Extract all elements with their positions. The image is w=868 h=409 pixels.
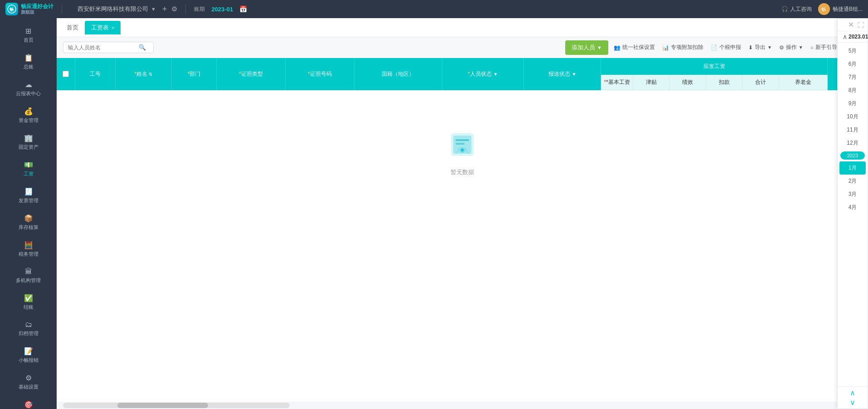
month-4-2023[interactable]: 4月 [838,201,868,214]
month-9-2022[interactable]: 9月 [838,97,868,110]
panel-close-button[interactable]: ✕ [848,20,854,29]
month-list: 5月 6月 7月 8月 9月 10月 11月 12月 2023 1月 2月 3月… [838,43,868,386]
sidebar-item-invoice[interactable]: 🧾 发票管理 [3,183,54,209]
month-10-2022[interactable]: 10月 [838,110,868,123]
sidebar-item-basic-settings[interactable]: ⚙ 基础设置 [3,369,54,395]
add-person-arrow-icon: ▼ [597,45,602,50]
app-edition: 旗舰版 [21,10,53,15]
calendar-icon[interactable]: 📅 [239,5,247,13]
sidebar-item-close-books[interactable]: ✅ 结账 [3,289,54,315]
sidebar-item-inventory[interactable]: 📦 库存核算 [3,209,54,235]
col-id-no: *证照号码 [286,58,354,90]
svg-point-9 [461,149,464,151]
month-2-2023[interactable]: 2月 [838,175,868,188]
tab-salary[interactable]: 工资表 × [85,21,121,34]
special-deduction-button[interactable]: 📊 专项附加扣除 [662,44,703,51]
support-button[interactable]: 🎧 人工咨询 [781,5,812,13]
tax-report-button[interactable]: 📄 个税申报 [711,44,741,51]
sidebar-item-fixed-assets[interactable]: 🏢 固定资产 [3,129,54,155]
scroll-up-button[interactable]: ∧ [849,389,857,397]
chevron-down-icon[interactable]: ▼ [151,6,156,12]
tab-home[interactable]: 首页 [63,21,82,34]
app-name: 畅应通好会计 [21,3,53,10]
cloud-icon: ☁ [25,80,32,89]
sidebar-label-home: 首页 [24,37,34,44]
user-area: 畅 畅捷通B组... [818,3,863,15]
empty-text: 暂无数据 [451,168,474,176]
sidebar-item-archive[interactable]: 🗂 归档管理 [3,316,54,341]
sidebar-item-expense[interactable]: 📝 小畅报销 [3,342,54,368]
month-11-2022[interactable]: 11月 [838,123,868,136]
col-id-type: *证照类型 [217,58,286,90]
sidebar-label-funds: 资金管理 [19,117,39,124]
month-3-2023[interactable]: 3月 [838,188,868,201]
prev-year-button[interactable]: ∧ [841,33,849,40]
inventory-icon: 📦 [24,214,33,223]
salary-table: 工号 *姓名 ⇅ *部门 *证照类型 [57,58,868,213]
period-label: 账期 [194,5,205,13]
col-salary-group: 应发工资 [601,58,827,75]
export-button[interactable]: ⬇ 导出 ▼ [748,44,772,51]
horizontal-scrollbar[interactable] [63,403,290,408]
col-total: 合计 [742,75,779,90]
add-person-button[interactable]: 添加人员 ▼ [565,40,608,55]
sort-name-icon[interactable]: ⇅ [149,72,152,77]
scroll-down-button[interactable]: ∨ [849,398,857,407]
operations-button[interactable]: ⚙ 操作 ▼ [779,44,803,51]
col-dept: *部门 [171,58,216,90]
month-7-2022[interactable]: 7月 [838,71,868,84]
home-icon: ⊞ [25,27,31,35]
year-label-display: 2023.01 [849,34,868,40]
filter-status-icon[interactable]: ▼ [493,72,498,77]
month-12-2022[interactable]: 12月 [838,136,868,150]
col-deduction: 扣款 [706,75,742,90]
col-report-status: 报送状态 ▼ [524,58,601,90]
month-5-2022[interactable]: 5月 [838,44,868,58]
content-area: 首页 工资表 × 🔍 添加人员 ▼ 👥 [57,18,868,409]
sidebar-item-ledger[interactable]: 📋 总账 [3,49,54,75]
deduction-icon: 📊 [662,44,669,51]
sidebar-item-guide[interactable]: 🎯 新手引导 [3,396,54,409]
sidebar-item-home[interactable]: ⊞ 首页 [3,22,54,48]
sidebar-label-ledger: 总账 [24,63,34,70]
sidebar-item-funds[interactable]: 💰 资金管理 [3,102,54,128]
add-company-button[interactable]: + [162,5,167,14]
month-8-2022[interactable]: 8月 [838,84,868,97]
sidebar-item-cloud-report[interactable]: ☁ 云报表中心 [3,76,54,102]
social-insurance-button[interactable]: 👥 统一社保设置 [614,44,655,51]
sidebar-label-org: 多机构管理 [16,277,41,284]
sidebar-item-tax[interactable]: 🧮 税务管理 [3,236,54,262]
search-input[interactable] [68,44,136,51]
toolbar: 🔍 添加人员 ▼ 👥 统一社保设置 📊 专项附加扣除 [57,37,868,58]
sidebar-item-salary[interactable]: 💵 工资 [3,156,54,182]
logo-icon: 畅 [5,3,18,15]
app-logo: 畅 畅应通好会计 旗舰版 [5,3,53,15]
panel-maximize-button[interactable]: ⛶ [858,21,864,29]
operations-label: 操作 [786,44,797,51]
sidebar-label-inventory: 库存核算 [19,224,39,231]
month-1-2023[interactable]: 1月 [839,161,866,175]
sidebar-label-settings: 基础设置 [19,384,39,390]
org-icon: 🏛 [25,268,32,276]
company-selector[interactable]: 西安虾米网络科技有限公司 ▼ [78,5,156,13]
settings-icon: ⚙ [25,374,32,382]
export-label: 导出 [755,44,766,51]
sidebar-label-cloud: 云报表中心 [16,90,41,97]
scrollbar-thumb[interactable] [117,403,208,408]
filter-report-icon[interactable]: ▼ [572,72,576,77]
company-name: 西安虾米网络科技有限公司 [78,5,148,13]
col-nationality: 国籍（地区） [354,58,442,90]
tab-close-icon[interactable]: × [112,25,114,30]
toolbar-actions: 👥 统一社保设置 📊 专项附加扣除 📄 个税申报 ⬇ 导出 ▼ [614,44,862,51]
select-all-checkbox[interactable] [63,71,69,77]
settings-button[interactable]: ⚙ [171,5,177,13]
month-6-2022[interactable]: 6月 [838,58,868,71]
social-icon: 👥 [614,44,621,51]
sidebar: ⊞ 首页 📋 总账 ☁ 云报表中心 💰 资金管理 🏢 固定资产 💵 工资 [0,18,57,409]
guide-button[interactable]: ○ 新手引导 [810,44,837,51]
panel-bottom-nav: ∧ ∨ [838,386,868,409]
col-status: *人员状态 ▼ [442,58,524,90]
scrollbar-area [57,402,868,409]
avatar: 畅 [818,3,830,15]
sidebar-item-multi-org[interactable]: 🏛 多机构管理 [3,263,54,288]
